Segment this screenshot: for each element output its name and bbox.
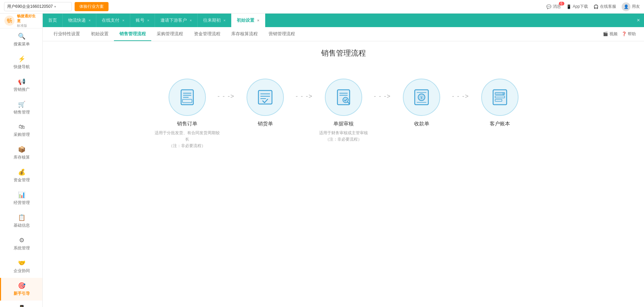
sidebar-label-marketing-promo: 营销推广 bbox=[14, 87, 30, 93]
page-title: 销售管理流程 bbox=[56, 48, 630, 58]
nav-tab-close-init[interactable]: × bbox=[257, 18, 259, 22]
sidebar-logo: 畅 畅捷通好生意 标准版 bbox=[0, 14, 42, 28]
page-title-row: 销售管理流程 bbox=[56, 48, 630, 58]
sidebar-item-enterprise-collab[interactable]: 🤝 企业协同 bbox=[0, 255, 42, 278]
app-center-icon: 📱 bbox=[18, 305, 25, 307]
nav-tab-close-period[interactable]: × bbox=[223, 18, 226, 22]
nav-tab-logistics[interactable]: 物流快递× bbox=[63, 14, 96, 27]
flow-label-customer-account: 客户账本 bbox=[490, 121, 510, 127]
svg-point-14 bbox=[343, 97, 348, 103]
nav-tab-close-account[interactable]: × bbox=[147, 18, 149, 22]
user-select[interactable]: 用户690企业1660120507 ▾ bbox=[4, 2, 72, 11]
nav-tab-init[interactable]: 初始设置× bbox=[231, 14, 265, 27]
flow-desc-audit: 适用于财务审核或主管审核 （注：非必要流程） bbox=[319, 130, 368, 143]
sub-tab-init-settings[interactable]: 初始设置 bbox=[85, 27, 114, 41]
headset-icon: 🎧 bbox=[593, 4, 599, 9]
nav-tab-account[interactable]: 账号× bbox=[130, 14, 155, 27]
flow-step-customer-account[interactable]: ¥ 客户账本 bbox=[466, 79, 534, 130]
sidebar: 畅 畅捷通好生意 标准版 🔍 搜索菜单 ⚡ 快捷导航 📢 营销推广 🛒 销售管理… bbox=[0, 14, 43, 307]
purchase-icon: 🛍 bbox=[19, 123, 25, 130]
newbie-icon: 🎯 bbox=[18, 282, 25, 289]
sidebar-item-app-center[interactable]: 📱 应用中心 bbox=[0, 301, 42, 307]
logo-main-text: 畅捷通好生意 bbox=[17, 14, 38, 23]
nav-tab-period[interactable]: 往来期初× bbox=[198, 14, 231, 27]
flow-step-delivery[interactable]: 销货单 bbox=[231, 79, 299, 130]
sidebar-item-purchase[interactable]: 🛍 采购管理 bbox=[0, 119, 42, 142]
top-bar: 用户690企业1660120507 ▾ 体验行业方案 💬 消息 6 📱 App下… bbox=[0, 0, 644, 14]
nav-tab-invite[interactable]: 邀请下游客户× bbox=[155, 14, 197, 27]
nav-tab-label-logistics: 物流快递 bbox=[68, 17, 86, 23]
nav-tab-close-payment[interactable]: × bbox=[122, 18, 124, 22]
system-icon: ⚙ bbox=[19, 237, 24, 244]
sub-tab-label-inventory-calc: 库存核算流程 bbox=[231, 31, 258, 37]
avatar: 👤 bbox=[622, 2, 630, 11]
help-link[interactable]: ❓ 帮助 bbox=[622, 31, 636, 37]
flow-step-receipt[interactable]: ¥ 收款单 bbox=[388, 79, 455, 130]
sidebar-item-marketing-promo[interactable]: 📢 营销推广 bbox=[0, 74, 42, 97]
sub-tab-finance-flow[interactable]: 资金管理流程 bbox=[189, 27, 226, 41]
sidebar-item-operations[interactable]: 📊 经营管理 bbox=[0, 187, 42, 210]
online-service-item[interactable]: 🎧 在线客服 bbox=[593, 4, 616, 9]
nav-tab-label-invite: 邀请下游客户 bbox=[160, 17, 187, 23]
sub-tab-right: 🎬 视频 ❓ 帮助 bbox=[603, 27, 639, 41]
sidebar-label-operations: 经营管理 bbox=[14, 200, 30, 206]
sub-tab-industry[interactable]: 行业特性设置 bbox=[48, 27, 85, 41]
nav-tab-label-period: 往来期初 bbox=[203, 17, 221, 23]
search-icon: 🔍 bbox=[18, 33, 25, 40]
sub-tab-label-finance-flow: 资金管理流程 bbox=[194, 31, 220, 37]
sidebar-label-newbie: 新手引导 bbox=[14, 291, 30, 296]
flow-step-audit[interactable]: 单据审核适用于财务审核或主管审核 （注：非必要流程） bbox=[310, 79, 377, 143]
flow-step-sales-order[interactable]: 销售订单适用于分批发货、有合同发货周期较长 （注：非必要流程） bbox=[153, 79, 221, 149]
flow-desc-sales-order: 适用于分批发货、有合同发货周期较长 （注：非必要流程） bbox=[153, 130, 221, 149]
quick-icon: ⚡ bbox=[18, 55, 25, 63]
sidebar-label-purchase: 采购管理 bbox=[14, 132, 30, 138]
flow-circle-audit bbox=[325, 79, 362, 116]
inventory-icon: 📦 bbox=[18, 146, 25, 153]
video-link[interactable]: 🎬 视频 bbox=[603, 31, 617, 37]
sidebar-label-system: 系统管理 bbox=[14, 245, 30, 251]
sub-tab-inventory-calc[interactable]: 库存核算流程 bbox=[226, 27, 263, 41]
user-profile-item[interactable]: 👤 用友 bbox=[622, 2, 640, 11]
sidebar-label-inventory: 库存核算 bbox=[14, 155, 30, 160]
sub-tab-marketing-flow[interactable]: 营销管理流程 bbox=[263, 27, 300, 41]
nav-tab-payment[interactable]: 在线支付× bbox=[96, 14, 130, 27]
sidebar-item-newbie[interactable]: 🎯 新手引导 bbox=[0, 278, 42, 301]
message-icon: 💬 bbox=[546, 4, 551, 9]
sidebar-item-inventory[interactable]: 📦 库存核算 bbox=[0, 142, 42, 164]
sidebar-label-quick: 快捷导航 bbox=[14, 64, 30, 70]
sidebar-item-sales[interactable]: 🛒 销售管理 bbox=[0, 97, 42, 119]
nav-tab-close-invite[interactable]: × bbox=[190, 18, 192, 22]
online-service-label: 在线客服 bbox=[600, 4, 616, 9]
top-bar-left: 用户690企业1660120507 ▾ 体验行业方案 bbox=[4, 2, 109, 11]
nav-tab-label-init: 初始设置 bbox=[237, 17, 254, 23]
finance-icon: 💰 bbox=[18, 168, 25, 176]
sidebar-item-quick[interactable]: ⚡ 快捷导航 bbox=[0, 51, 42, 74]
sub-tab-label-marketing-flow: 营销管理流程 bbox=[269, 31, 295, 37]
sales-icon: 🛒 bbox=[18, 101, 25, 108]
sub-tab-sales-flow[interactable]: 销售管理流程 bbox=[114, 27, 151, 41]
logo-sub-text: 标准版 bbox=[17, 23, 38, 28]
sidebar-item-search[interactable]: 🔍 搜索菜单 bbox=[0, 28, 42, 51]
sidebar-items-container: 🔍 搜索菜单 ⚡ 快捷导航 📢 营销推广 🛒 销售管理 🛍 采购管理 📦 库存核… bbox=[0, 28, 42, 307]
main-layout: 畅 畅捷通好生意 标准版 🔍 搜索菜单 ⚡ 快捷导航 📢 营销推广 🛒 销售管理… bbox=[0, 14, 644, 307]
sidebar-item-finance[interactable]: 💰 资金管理 bbox=[0, 164, 42, 187]
chevron-down-icon: ▾ bbox=[54, 5, 56, 8]
flow-circle-customer-account: ¥ bbox=[481, 79, 519, 116]
flow-circle-delivery bbox=[247, 79, 284, 116]
nav-tabs: 首页物流快递×在线支付×账号×邀请下游客户×往来期初×初始设置×× bbox=[43, 14, 644, 27]
operations-icon: 📊 bbox=[18, 191, 25, 199]
nav-tab-label-home: 首页 bbox=[48, 17, 57, 23]
experience-button[interactable]: 体验行业方案 bbox=[75, 2, 109, 11]
svg-text:¥: ¥ bbox=[502, 92, 504, 96]
sub-tab-label-sales-flow: 销售管理流程 bbox=[119, 31, 146, 37]
nav-tab-home[interactable]: 首页 bbox=[43, 14, 63, 27]
nav-close-all[interactable]: × bbox=[633, 14, 644, 27]
messages-item[interactable]: 💬 消息 6 bbox=[546, 4, 561, 9]
sidebar-item-system[interactable]: ⚙ 系统管理 bbox=[0, 232, 42, 255]
svg-text:畅: 畅 bbox=[7, 18, 12, 23]
sub-tab-purchase-flow[interactable]: 采购管理流程 bbox=[151, 27, 189, 41]
flow-label-audit: 单据审核 bbox=[333, 121, 354, 127]
app-download-item[interactable]: 📱 App下载 bbox=[566, 4, 588, 9]
nav-tab-close-logistics[interactable]: × bbox=[89, 18, 91, 22]
sidebar-item-base-info[interactable]: 📋 基础信息 bbox=[0, 210, 42, 232]
